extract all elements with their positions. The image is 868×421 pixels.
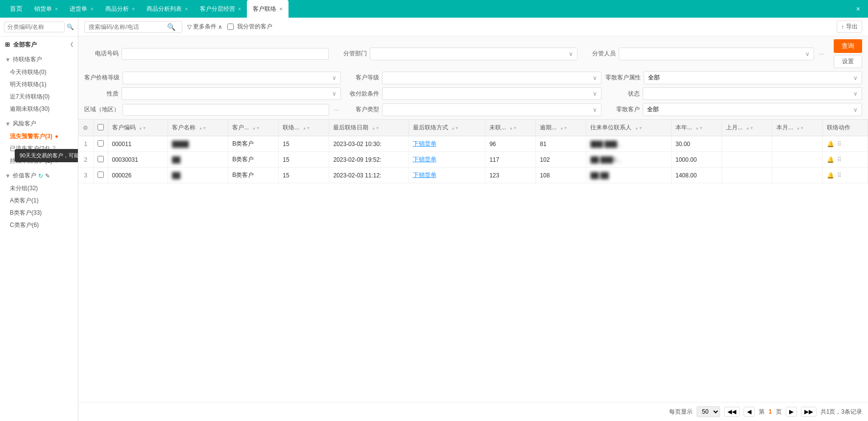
sidebar-search-icon[interactable]: 🔍: [67, 24, 74, 30]
tab-customer-contact[interactable]: 客户联络 ×: [247, 0, 288, 18]
region-input[interactable]: [122, 104, 329, 116]
collapse-sidebar-icon[interactable]: 《: [68, 41, 73, 49]
my-customers-checkbox-label[interactable]: 我分管的客户: [227, 23, 272, 31]
tab-product-analysis[interactable]: 商品分析 ×: [99, 0, 141, 18]
retail-attr-label: 零散客户属性: [605, 74, 641, 82]
sidebar-item-class-b[interactable]: B类客户(33): [0, 207, 78, 219]
row-2-more-icon[interactable]: ⠿: [837, 156, 842, 163]
search-input[interactable]: [89, 24, 167, 30]
close-product-analysis-icon[interactable]: ×: [132, 6, 135, 12]
last-page-button[interactable]: ▶▶: [801, 407, 817, 417]
prev-page-button[interactable]: ◀: [744, 407, 755, 417]
col-customer-name[interactable]: 客户名称 ▲▼: [168, 120, 228, 136]
col-settings[interactable]: ⚙: [78, 120, 93, 136]
col-this-month[interactable]: 本月... ▲▼: [772, 120, 823, 136]
row-3-bell-icon[interactable]: 🔔: [827, 172, 834, 179]
refresh-icon[interactable]: ↻: [38, 173, 43, 179]
col-last-contact-date[interactable]: 最后联络日期 ▲▼: [329, 120, 409, 136]
edit-icon[interactable]: ✎: [45, 173, 50, 179]
customer-tier-select[interactable]: ∨: [382, 72, 602, 84]
sidebar-item-tomorrow[interactable]: 明天待联络(1): [0, 78, 78, 91]
select-all-checkbox[interactable]: [97, 124, 104, 130]
col-this-year[interactable]: 本年... ▲▼: [671, 120, 722, 136]
status-select[interactable]: ∨: [643, 87, 862, 100]
next-page-button[interactable]: ▶: [786, 407, 797, 417]
payment-label: 收付款条件: [345, 90, 379, 98]
close-purchase-icon[interactable]: ×: [90, 6, 93, 12]
settings-button[interactable]: 设置: [834, 55, 862, 68]
row-1-bell-icon[interactable]: 🔔: [827, 141, 834, 148]
row-checkbox-1[interactable]: [93, 136, 108, 152]
col-last-contact-method[interactable]: 最后联络方式 ▲▼: [409, 120, 485, 136]
payment-select[interactable]: ∨: [382, 87, 602, 100]
price-tier-select[interactable]: ∨: [122, 72, 341, 84]
retail-attr-select[interactable]: 全部 ∨: [644, 71, 862, 84]
my-customers-checkbox[interactable]: [227, 24, 234, 30]
row-checkbox-3[interactable]: [93, 168, 108, 183]
col-checkbox-header[interactable]: [93, 120, 108, 136]
retail-customer-select[interactable]: 全部 ∨: [643, 103, 862, 116]
phone-input[interactable]: [121, 48, 329, 60]
all-customers-header[interactable]: ⊞ 全部客户 《: [0, 37, 78, 53]
sidebar-item-today[interactable]: 今天待联络(0): [0, 66, 78, 78]
row-1-last-method[interactable]: 下销货单: [409, 136, 485, 152]
row-2-contact-person: ██ ███3...: [586, 152, 672, 168]
row-3-last-method[interactable]: 下销货单: [409, 168, 485, 183]
person-more-icon[interactable]: ···: [817, 50, 826, 57]
dept-select[interactable]: ∨: [370, 48, 577, 60]
customer-type-arrow-icon: ∨: [593, 106, 597, 113]
tab-sales[interactable]: 销货单 ×: [28, 0, 64, 18]
table-row: 3 000026 ██ B类客户 15 2023-02-03 11:12: 下销…: [78, 168, 868, 183]
tab-home[interactable]: 首页: [4, 0, 28, 18]
col-un-contacted[interactable]: 未联... ▲▼: [485, 120, 536, 136]
tab-purchase[interactable]: 进货单 ×: [64, 0, 99, 18]
retail-attr-arrow-icon: ∨: [853, 74, 858, 81]
close-customer-tier-icon[interactable]: ×: [238, 6, 241, 12]
row-2-checkbox[interactable]: [97, 156, 104, 162]
customer-type-select[interactable]: ∨: [382, 103, 602, 116]
per-page-select[interactable]: 50: [697, 406, 720, 417]
query-button[interactable]: 查询: [834, 39, 862, 53]
sidebar-group-churn[interactable]: ▼ 风险客户: [0, 117, 78, 130]
export-button[interactable]: ↑ 导出: [837, 21, 862, 33]
region-more-icon[interactable]: ···: [332, 106, 341, 113]
tab-customer-tier[interactable]: 客户分层经营 ×: [194, 0, 247, 18]
search-button[interactable]: 🔍: [167, 23, 175, 31]
col-customer-code[interactable]: 客户编码 ▲▼: [108, 120, 168, 136]
col-contact-person[interactable]: 往来单位联系人 ▲▼: [586, 120, 672, 136]
close-customer-contact-icon[interactable]: ×: [279, 6, 282, 12]
sidebar-item-ungrouped[interactable]: 未分组(32): [0, 182, 78, 195]
sidebar-item-churn-predicted[interactable]: 流失预警客户(3) ●: [0, 130, 78, 143]
search-wrap: 🔍: [84, 21, 182, 33]
sidebar-group-value[interactable]: ▼ 价值客户 ↻ ✎: [0, 169, 78, 182]
close-product-list-icon[interactable]: ×: [185, 6, 188, 12]
sidebar-group-pending-contact[interactable]: ▼ 待联络客户: [0, 53, 78, 66]
col-customer-type[interactable]: 客户... ▲▼: [228, 120, 279, 136]
row-3-checkbox[interactable]: [97, 172, 104, 178]
sidebar-item-overdue[interactable]: 逾期未联络(30): [0, 103, 78, 115]
row-1-checkbox[interactable]: [97, 140, 104, 147]
row-3-contact: 15: [279, 168, 329, 183]
sidebar-item-week[interactable]: 近7天待联络(0): [0, 91, 78, 103]
col-overdue[interactable]: 逾期... ▲▼: [536, 120, 586, 136]
row-2-bell-icon[interactable]: 🔔: [827, 156, 834, 163]
row-checkbox-2[interactable]: [93, 152, 108, 168]
row-1-more-icon[interactable]: ⠿: [837, 141, 842, 148]
sort-last-contact-date-icon: ▲▼: [372, 126, 380, 130]
col-last-month[interactable]: 上月... ▲▼: [722, 120, 772, 136]
payment-arrow-icon: ∨: [593, 90, 597, 97]
row-2-last-method[interactable]: 下销货单: [409, 152, 485, 168]
col-contact[interactable]: 联络... ▲▼: [279, 120, 329, 136]
row-3-more-icon[interactable]: ⠿: [837, 172, 842, 179]
nature-select[interactable]: ∨: [121, 87, 341, 100]
window-close-button[interactable]: ×: [852, 5, 864, 13]
first-page-button[interactable]: ◀◀: [724, 407, 740, 417]
sidebar-item-class-c[interactable]: C类客户(6): [0, 219, 78, 231]
tab-product-list[interactable]: 商品分析列表 ×: [141, 0, 193, 18]
sidebar-item-class-a[interactable]: A类客户(1): [0, 195, 78, 207]
person-select[interactable]: ∨: [619, 48, 814, 60]
more-conditions-btn[interactable]: ▽ 更多条件 ∧: [187, 23, 222, 31]
retail-customer-label: 零散客户: [605, 105, 640, 114]
sidebar-search-input[interactable]: [4, 22, 65, 32]
close-sales-icon[interactable]: ×: [55, 6, 58, 12]
